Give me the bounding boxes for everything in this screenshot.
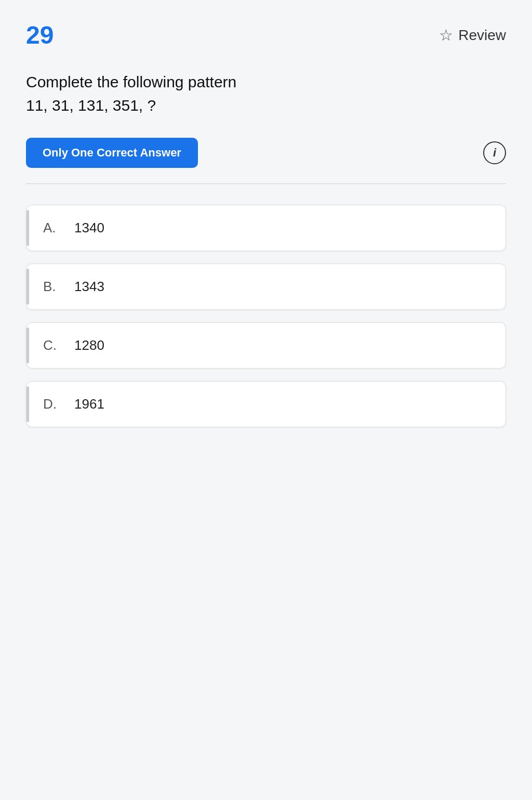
option-item-b[interactable]: B.1343 bbox=[26, 264, 506, 310]
option-value-0: 1340 bbox=[74, 220, 104, 236]
options-list: A.1340B.1343C.1280D.1961 bbox=[26, 205, 506, 427]
option-value-3: 1961 bbox=[74, 396, 104, 412]
info-icon[interactable]: i bbox=[483, 141, 506, 164]
star-icon: ☆ bbox=[439, 26, 453, 44]
question-number: 29 bbox=[26, 21, 54, 49]
option-label-0: A. bbox=[43, 220, 74, 236]
option-item-c[interactable]: C.1280 bbox=[26, 322, 506, 369]
badge-row: Only One Correct Answer i bbox=[26, 138, 506, 168]
option-item-a[interactable]: A.1340 bbox=[26, 205, 506, 251]
option-label-2: C. bbox=[43, 337, 74, 353]
divider bbox=[26, 183, 506, 184]
option-label-3: D. bbox=[43, 396, 74, 412]
option-label-1: B. bbox=[43, 279, 74, 295]
question-line2: 11, 31, 131, 351, ? bbox=[26, 97, 156, 114]
review-label: Review bbox=[458, 27, 506, 44]
header: 29 ☆ Review bbox=[26, 21, 506, 49]
question-text: Complete the following pattern 11, 31, 1… bbox=[26, 70, 506, 117]
option-item-d[interactable]: D.1961 bbox=[26, 381, 506, 427]
option-value-2: 1280 bbox=[74, 337, 104, 353]
question-line1: Complete the following pattern bbox=[26, 73, 236, 90]
only-one-correct-badge: Only One Correct Answer bbox=[26, 138, 198, 168]
review-button[interactable]: ☆ Review bbox=[439, 26, 506, 44]
option-value-1: 1343 bbox=[74, 279, 104, 295]
